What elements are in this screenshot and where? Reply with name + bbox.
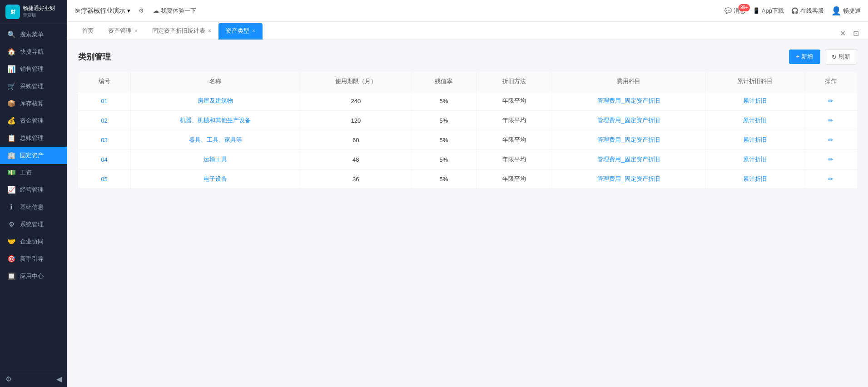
nav-icon-app-center: 🔲: [7, 272, 15, 280]
sidebar-item-purchase[interactable]: 🛒 采购管理: [0, 78, 67, 95]
col-header: 费用科目: [552, 72, 705, 91]
cell-expense: 管理费用_固定资产折旧: [552, 130, 705, 150]
table-row: 05 电子设备 36 5% 年限平均 管理费用_固定资产折旧 累计折旧 ✏: [78, 169, 857, 189]
sidebar-logo: 财 畅捷通好业财 普及版: [0, 0, 67, 24]
table-row: 03 器具、工具、家具等 60 5% 年限平均 管理费用_固定资产折旧 累计折旧…: [78, 130, 857, 150]
edit-icon[interactable]: ✏: [828, 136, 833, 144]
edit-icon[interactable]: ✏: [828, 117, 833, 124]
cell-id: 04: [78, 150, 131, 169]
sidebar-item-ledger[interactable]: 📋 总账管理: [0, 129, 67, 147]
sidebar-item-search[interactable]: 🔍 搜索菜单: [0, 26, 67, 43]
tab-label-asset-mgmt: 资产管理: [108, 27, 132, 35]
table-row: 01 房屋及建筑物 240 5% 年限平均 管理费用_固定资产折旧 累计折旧 ✏: [78, 91, 857, 111]
col-header: 编号: [78, 72, 131, 91]
sidebar-item-basic-info[interactable]: ℹ 基础信息: [0, 198, 67, 216]
edit-icon[interactable]: ✏: [828, 175, 833, 183]
company-name: 医疗器械行业演示: [74, 7, 125, 15]
nav-label-sales: 销售管理: [20, 65, 44, 73]
refresh-icon: ↻: [832, 54, 837, 60]
sidebar-item-app-center[interactable]: 🔲 应用中心: [0, 268, 67, 285]
nav-label-guide: 新手引导: [20, 255, 44, 263]
sidebar-item-operations[interactable]: 📈 经营管理: [0, 181, 67, 198]
cell-residual: 5%: [412, 91, 476, 111]
edit-icon[interactable]: ✏: [828, 97, 833, 104]
sidebar-item-fixed-assets[interactable]: 🏢 固定资产: [0, 147, 67, 164]
nav-label-operations: 经营管理: [20, 186, 44, 194]
page-header: 类别管理 + 新增 ↻ 刷新: [78, 49, 857, 64]
cell-id: 03: [78, 130, 131, 150]
table-header-row: 编号名称使用期限（月）残值率折旧方法费用科目累计折旧科目操作: [78, 72, 857, 91]
tab-close-asset-type[interactable]: ×: [252, 28, 255, 34]
cell-action[interactable]: ✏: [804, 111, 857, 130]
nav-label-basic-info: 基础信息: [20, 203, 44, 211]
cell-action[interactable]: ✏: [804, 169, 857, 189]
top-bar-right: 💬 消息 99+ 📱 App下载 🎧 在线客服 👤 畅捷通: [724, 6, 861, 16]
refresh-button[interactable]: ↻ 刷新: [825, 49, 857, 64]
tab-asset-type[interactable]: 资产类型×: [218, 23, 263, 40]
expand-tab-action[interactable]: ⊡: [851, 27, 861, 40]
page-title: 类别管理: [78, 51, 111, 62]
cell-residual: 5%: [412, 130, 476, 150]
app-name: 畅捷通好业财: [23, 5, 55, 12]
sidebar-item-system[interactable]: ⚙ 系统管理: [0, 216, 67, 233]
message-button[interactable]: 💬 消息 99+: [724, 7, 745, 15]
nav-icon-system: ⚙: [7, 220, 15, 228]
user-avatar-icon: 👤: [831, 6, 841, 16]
cell-accumulated: 累计折旧: [705, 111, 804, 130]
cell-expense: 管理费用_固定资产折旧: [552, 169, 705, 189]
app-download-button[interactable]: 📱 App下载: [753, 7, 784, 15]
sidebar-item-quick-nav[interactable]: 🏠 快捷导航: [0, 43, 67, 60]
tab-bar-right: ✕ ⊡: [838, 27, 861, 40]
tab-depreciation-table[interactable]: 固定资产折旧统计表×: [145, 23, 218, 40]
edit-icon[interactable]: ✏: [828, 156, 833, 163]
tab-close-depreciation-table[interactable]: ×: [208, 28, 211, 34]
cell-method: 年限平均: [476, 169, 552, 189]
col-header: 折旧方法: [476, 72, 552, 91]
sidebar-item-enterprise[interactable]: 🤝 企业协同: [0, 233, 67, 250]
tab-home[interactable]: 首页: [74, 23, 101, 40]
user-menu-button[interactable]: 👤 畅捷通: [831, 6, 861, 16]
tab-asset-mgmt[interactable]: 资产管理×: [101, 23, 145, 40]
cell-expense: 管理费用_固定资产折旧: [552, 150, 705, 169]
cell-residual: 5%: [412, 150, 476, 169]
sidebar: 财 畅捷通好业财 普及版 🔍 搜索菜单 🏠 快捷导航 📊 销售管理 🛒 采购管理…: [0, 0, 67, 387]
logo-icon: 财: [5, 5, 20, 19]
cell-action[interactable]: ✏: [804, 150, 857, 169]
col-header: 操作: [804, 72, 857, 91]
new-button[interactable]: + 新增: [789, 50, 820, 64]
cloud-icon: ☁: [153, 7, 159, 14]
collapse-footer-icon[interactable]: ◀: [56, 375, 62, 383]
online-service-button[interactable]: 🎧 在线客服: [791, 7, 824, 15]
try-button[interactable]: ☁ 我要体验一下: [149, 5, 200, 17]
tab-close-asset-mgmt[interactable]: ×: [134, 28, 138, 34]
tab-bar: 首页资产管理×固定资产折旧统计表×资产类型× ✕ ⊡: [67, 22, 868, 40]
sidebar-item-sales[interactable]: 📊 销售管理: [0, 60, 67, 78]
sidebar-item-salary[interactable]: 💵 工资: [0, 164, 67, 181]
table-body: 01 房屋及建筑物 240 5% 年限平均 管理费用_固定资产折旧 累计折旧 ✏…: [78, 91, 857, 189]
close-tab-action[interactable]: ✕: [838, 27, 848, 40]
settings-button[interactable]: ⚙: [135, 5, 148, 16]
page-actions: + 新增 ↻ 刷新: [789, 49, 857, 64]
message-icon: 💬: [724, 7, 732, 14]
cell-name: 运输工具: [131, 150, 300, 169]
app-edition: 普及版: [23, 12, 55, 19]
cell-action[interactable]: ✏: [804, 91, 857, 111]
company-selector[interactable]: 医疗器械行业演示 ▾: [74, 7, 130, 15]
col-header: 名称: [131, 72, 300, 91]
settings-footer-icon[interactable]: ⚙: [5, 375, 12, 383]
col-header: 累计折旧科目: [705, 72, 804, 91]
sidebar-item-inventory[interactable]: 📦 库存核算: [0, 95, 67, 112]
nav-icon-operations: 📈: [7, 186, 15, 194]
sidebar-item-guide[interactable]: 🎯 新手引导: [0, 250, 67, 268]
sidebar-item-capital[interactable]: 💰 资金管理: [0, 112, 67, 129]
cell-name: 电子设备: [131, 169, 300, 189]
cell-period: 120: [300, 111, 412, 130]
cell-period: 240: [300, 91, 412, 111]
table-row: 04 运输工具 48 5% 年限平均 管理费用_固定资产折旧 累计折旧 ✏: [78, 150, 857, 169]
cell-action[interactable]: ✏: [804, 130, 857, 150]
cell-expense: 管理费用_固定资产折旧: [552, 91, 705, 111]
cell-period: 48: [300, 150, 412, 169]
cell-id: 01: [78, 91, 131, 111]
table-row: 02 机器、机械和其他生产设备 120 5% 年限平均 管理费用_固定资产折旧 …: [78, 111, 857, 130]
content-area: 类别管理 + 新增 ↻ 刷新 编号名称使用期限（月）残值率折旧方法费用科目累计折…: [67, 40, 868, 387]
